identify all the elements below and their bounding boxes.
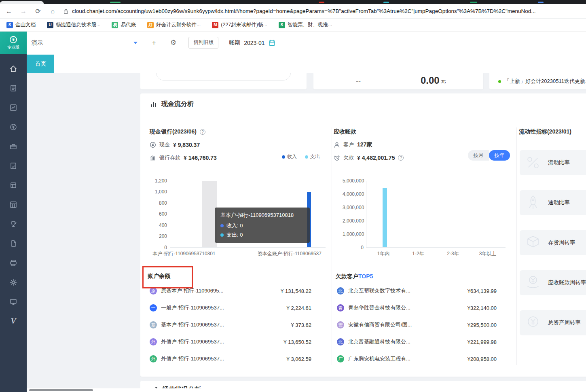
- kingsoft-docs-favicon: S: [6, 22, 13, 28]
- funds-icon: [9, 123, 17, 131]
- aging-bar[interactable]: [383, 188, 387, 247]
- expense-dot: [220, 233, 224, 237]
- debtor-name: 青岛华胜普金科技有限公...: [348, 304, 463, 311]
- search-input[interactable]: [156, 73, 291, 81]
- receivables-aging-chart: 5,000,000 4,000,000 3,000,000 2,000,000 …: [343, 179, 529, 260]
- tile-receivables-turnover[interactable]: 应收账款周转率: [520, 270, 586, 295]
- calendar-icon[interactable]: [269, 39, 275, 46]
- home-nav-icon[interactable]: ⌂: [49, 8, 57, 15]
- help-icon[interactable]: ?: [200, 129, 205, 135]
- tab-home[interactable]: 首页: [27, 55, 54, 73]
- tile-inventory-turnover[interactable]: 存货周转率: [520, 230, 586, 255]
- bookmark-mail[interactable]: M(227封未读邮件)畅...: [212, 21, 267, 28]
- sidebar-item-invoice[interactable]: [0, 176, 27, 195]
- sidebar-item-assets[interactable]: [0, 137, 27, 156]
- account-row[interactable]: 一一般户-招行-1109069537...¥ 2,224.61: [150, 299, 311, 316]
- header-gear-icon[interactable]: ⚙: [170, 39, 176, 46]
- home-icon: [9, 65, 17, 73]
- sidebar-item-reports[interactable]: [0, 98, 27, 117]
- news-link[interactable]: 「上新」好会计20230511迭代更新...: [504, 78, 586, 85]
- debtor-row[interactable]: 北北京富基融通科技有限公...¥221,999.98: [337, 333, 497, 350]
- tooltip-income-label: 收入: 0: [226, 222, 243, 229]
- x-tick-label: 1年内: [377, 250, 390, 257]
- income-dot: [282, 155, 285, 159]
- annotation-red-box: [142, 266, 193, 288]
- scrollbar-thumb[interactable]: [29, 389, 93, 391]
- bookmark-label: (227封未读邮件)畅...: [221, 21, 267, 28]
- horizontal-scrollbar[interactable]: [27, 388, 586, 392]
- browser-tab-strip[interactable]: [0, 0, 586, 4]
- assets-icon: [9, 142, 17, 150]
- sidebar-item-checkout[interactable]: [0, 156, 27, 176]
- sidebar-item-home[interactable]: [0, 59, 27, 78]
- x-tick-label: 1-2年: [412, 250, 424, 257]
- account-row[interactable]: 外外债户-招行-1109069537...¥ 13,650.52: [150, 333, 311, 350]
- bookmark-kingsoft-docs[interactable]: S金山文档: [6, 21, 36, 28]
- account-row[interactable]: 基基本户-招行-1109069537...¥ 373.62: [150, 316, 311, 333]
- tile-current-ratio[interactable]: 流动比率: [520, 150, 586, 175]
- sidebar-item-tax[interactable]: [0, 214, 27, 234]
- bookmark-smart-tax[interactable]: S智能票、财、税推...: [279, 21, 332, 28]
- dashboard-content: -- 0.00 元 「上新」好会计20230511迭代更新... 现金流分析: [27, 73, 586, 392]
- tile-asset-turnover[interactable]: 总资产周转率: [520, 310, 586, 335]
- sidebar-item-ledger[interactable]: [0, 195, 27, 214]
- help-icon[interactable]: ?: [398, 155, 404, 161]
- account-row[interactable]: 外外债户-招行-1109069537...¥ 3,062.59: [150, 350, 311, 367]
- customers-label: 客户: [343, 141, 354, 148]
- top-card-news: 「上新」好会计20230511迭代更新...: [489, 73, 586, 89]
- account-badge: 外: [150, 338, 157, 345]
- toggle-by-month[interactable]: 按月: [468, 150, 489, 161]
- switch-old-version-button[interactable]: 切到旧版: [188, 37, 218, 49]
- tab-favicon-mark: [383, 2, 389, 3]
- debtor-row[interactable]: 青青岛华胜普金科技有限公...¥322,140.00: [337, 299, 497, 316]
- debtor-amount: ¥634,139.99: [468, 288, 497, 294]
- y-tick-label: 200: [148, 233, 167, 239]
- sidebar-item-brand[interactable]: V: [0, 311, 27, 331]
- reports-icon: [9, 104, 17, 112]
- debtor-row[interactable]: 安安徽有信商贸有限公司/国...¥295,500.00: [337, 316, 497, 333]
- cash-bank-chart: 1,200 1,000 800 600 400 200 0 基本户-招行-110…: [148, 179, 328, 260]
- x-tick-label: 2-3年: [447, 250, 459, 257]
- sidebar-item-print[interactable]: [0, 253, 27, 273]
- tab-favicon-mark: [319, 2, 324, 3]
- browser-active-tab[interactable]: [0, 1, 44, 4]
- debtor-row[interactable]: 广广东腾安机电安装工程有...¥208,958.00: [337, 350, 497, 367]
- y-tick-label: 0: [343, 245, 364, 250]
- cash-label: 现金: [159, 141, 170, 148]
- debtor-badge: 安: [337, 321, 344, 328]
- forward-icon[interactable]: →: [19, 8, 28, 15]
- debtor-badge: 青: [337, 304, 344, 311]
- sidebar-item-documents[interactable]: [0, 234, 27, 253]
- refresh-icon[interactable]: ⟳: [34, 8, 42, 15]
- bookmark-haokuaiji[interactable]: 好好会计云财务软件...: [147, 21, 201, 28]
- add-account-set-button[interactable]: ＋: [150, 39, 157, 46]
- period-value[interactable]: 2023-01: [244, 40, 264, 46]
- back-icon[interactable]: ←: [5, 8, 13, 15]
- account-name: 外债户-招行-1109069537...: [161, 338, 279, 345]
- edition-logo[interactable]: ¥ 专业版: [0, 32, 27, 54]
- deposit-label: 银行存款: [159, 154, 180, 161]
- account-set-select[interactable]: 演示: [32, 39, 138, 47]
- bookmark-yidaizhang[interactable]: 易易代账: [112, 21, 136, 28]
- voucher-icon: [9, 84, 17, 92]
- tab-favicon-mark: [470, 2, 477, 3]
- account-name: 外债户-招行-1109069537...: [161, 355, 283, 362]
- legend-expense[interactable]: 支出: [305, 153, 320, 160]
- bookmark-chanjet[interactable]: U畅捷通信息技术股...: [47, 21, 100, 28]
- sidebar-item-funds[interactable]: [0, 117, 27, 137]
- url-text[interactable]: cloud.chanjet.com/accounting/uw1eb00zy96…: [72, 8, 536, 14]
- tile-quick-ratio[interactable]: 速动比率: [520, 190, 586, 215]
- person-icon: [334, 142, 340, 148]
- cash-bank-heading: 现金银行(2023/06): [150, 128, 197, 136]
- lock-icon: [63, 8, 69, 15]
- sidebar-item-voucher[interactable]: [0, 78, 27, 98]
- account-amount: ¥ 373.62: [291, 322, 311, 328]
- sidebar-item-settings[interactable]: [0, 273, 27, 292]
- sidebar-item-workbench[interactable]: [0, 292, 27, 311]
- url-bar[interactable]: cloud.chanjet.com/accounting/uw1eb00zy96…: [63, 6, 581, 17]
- toggle-by-year[interactable]: 按年: [489, 150, 510, 161]
- top5-debtor-list: 北北京互帮联众数字技术有...¥634,139.99 青青岛华胜普金科技有限公.…: [337, 282, 497, 367]
- debtor-row[interactable]: 北北京互帮联众数字技术有...¥634,139.99: [337, 282, 497, 299]
- cash-bank-plot: 基本户-招行-110906953710818 收入: 0 支出: 0: [170, 181, 326, 248]
- legend-income[interactable]: 收入: [282, 153, 297, 160]
